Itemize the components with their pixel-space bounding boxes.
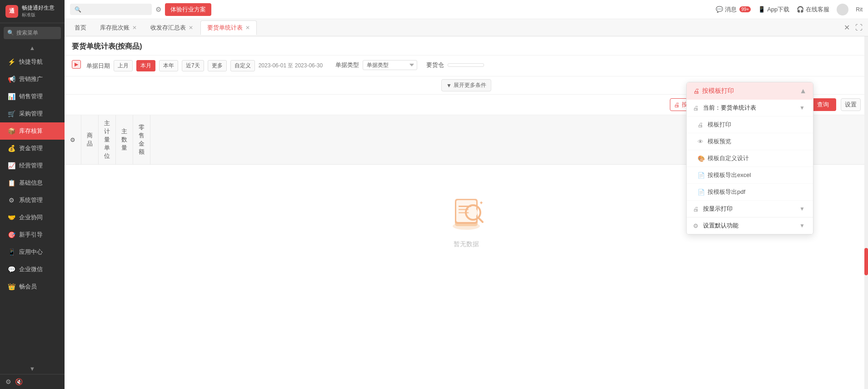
display-print-icon: 🖨 xyxy=(693,206,699,212)
basic-icon: 📋 xyxy=(7,179,15,187)
main-content: 要货单统计表(按商品) ▶ 单据日期 上月 本月 本年 近7天 更多 自定义 2… xyxy=(65,36,868,389)
messages-icon: 💬 xyxy=(716,6,723,13)
default-setting-icon: ⚙ xyxy=(693,222,698,229)
col-amount: 零售金额 xyxy=(133,115,150,165)
online-service-btn[interactable]: 🎧 在线客服 xyxy=(797,5,829,14)
sidebar-item-apps[interactable]: 📱 应用中心 xyxy=(0,243,65,261)
dropdown-header: 🖨 按模板打印 ▲ xyxy=(687,82,813,100)
sidebar-item-label: 应用中心 xyxy=(19,248,43,256)
sidebar-item-inventory[interactable]: 📦 库存核算 xyxy=(0,122,65,140)
tab-batch-account[interactable]: 库存批次账 ✕ xyxy=(94,21,143,35)
sidebar-item-system[interactable]: ⚙ 系统管理 xyxy=(0,192,65,209)
date-btn-7days[interactable]: 近7天 xyxy=(182,60,204,71)
sidebar-item-purchase[interactable]: 🛒 采购管理 xyxy=(0,105,65,122)
dropdown-close-btn[interactable]: ▲ xyxy=(799,87,807,95)
topbar: 🔍 ⚙ 体验行业方案 💬 消息 99+ 📱 App下载 🎧 在线客服 Rit xyxy=(65,0,868,19)
template-pdf-icon: 📄 xyxy=(698,189,705,196)
right-scrollbar[interactable] xyxy=(864,36,868,389)
date-range-display: 2023-06-01 至 2023-06-30 xyxy=(259,62,323,70)
topbar-gear-icon[interactable]: ⚙ xyxy=(155,5,161,14)
quick-nav-icon: ⚡ xyxy=(7,58,15,66)
topbar-search-box[interactable]: 🔍 xyxy=(70,4,152,15)
app-download-icon: 📱 xyxy=(758,6,765,13)
messages-btn[interactable]: 💬 消息 99+ xyxy=(716,5,751,14)
sidebar-scroll-up[interactable]: ▲ xyxy=(0,43,65,53)
sidebar-search-label: 搜索菜单 xyxy=(16,29,38,37)
date-btn-last-month[interactable]: 上月 xyxy=(114,60,133,71)
settings-icon[interactable]: ⚙ xyxy=(5,378,11,385)
sidebar-scroll-down[interactable]: ▼ xyxy=(0,364,65,374)
dropdown-display-print[interactable]: 🖨 按显示打印 ▼ xyxy=(687,201,813,217)
user-avatar[interactable] xyxy=(837,4,848,15)
system-icon: ⚙ xyxy=(7,197,15,204)
mute-icon[interactable]: 🔇 xyxy=(15,378,23,385)
sidebar: 通 畅捷通好生意 标准版 🔍 搜索菜单 ▲ ⚡ 快捷导航 📢 营销推广 📊 销售… xyxy=(0,0,65,389)
order-category-label: 要货仓 xyxy=(426,61,444,69)
sidebar-item-basic[interactable]: 📋 基础信息 xyxy=(0,174,65,192)
template-preview-label: 模板预览 xyxy=(708,137,731,146)
operations-icon: 📈 xyxy=(7,162,15,169)
type-filter-row: 单据类型 单据类型 要货仓 xyxy=(335,60,484,70)
dropdown-current-template[interactable]: 🖨 当前：要货单统计表 ▼ xyxy=(687,100,813,116)
online-service-label: 在线客服 xyxy=(806,5,829,14)
sidebar-item-label: 新手引导 xyxy=(19,231,43,239)
enterprise-icon: 🤝 xyxy=(7,214,15,221)
tab-home[interactable]: 首页 xyxy=(68,21,93,35)
sidebar-item-label: 资金管理 xyxy=(19,144,43,152)
query-btn[interactable]: 查询 xyxy=(810,98,836,111)
dropdown-header-left: 🖨 按模板打印 xyxy=(693,87,734,95)
sidebar-item-guide[interactable]: 🎯 新手引导 xyxy=(0,226,65,243)
col-settings[interactable]: ⚙ xyxy=(65,115,81,165)
tab-batch-account-label: 库存批次账 xyxy=(100,24,130,32)
sidebar-item-quick-nav[interactable]: ⚡ 快捷导航 xyxy=(0,53,65,71)
topbar-right: 💬 消息 99+ 📱 App下载 🎧 在线客服 Rit xyxy=(716,4,863,15)
tab-expand-btn[interactable]: ⛶ xyxy=(853,23,864,33)
tab-batch-account-close[interactable]: ✕ xyxy=(132,25,137,31)
display-print-arrow: ▼ xyxy=(799,206,805,212)
sidebar-item-sales[interactable]: 📊 销售管理 xyxy=(0,88,65,105)
sidebar-item-finance[interactable]: 💰 资金管理 xyxy=(0,140,65,157)
tab-close-all-btn[interactable]: ✕ xyxy=(842,22,852,33)
settings-btn[interactable]: 设置 xyxy=(841,98,861,111)
date-btn-custom[interactable]: 自定义 xyxy=(230,60,255,71)
date-btn-this-month[interactable]: 本月 xyxy=(136,60,155,71)
dropdown-template-excel[interactable]: 📄 按模板导出excel xyxy=(687,167,813,184)
template-preview-icon: 👁 xyxy=(698,138,703,145)
dropdown-template-print[interactable]: 🖨 模板打印 xyxy=(687,116,813,133)
dropdown-template-pdf[interactable]: 📄 按模板导出pdf xyxy=(687,184,813,201)
logo-icon: 通 xyxy=(5,5,18,18)
col-unit: 主计量单位 xyxy=(99,115,116,165)
search-icon: 🔍 xyxy=(7,30,14,36)
inventory-icon: 📦 xyxy=(7,127,15,135)
tab-order-summary-close[interactable]: ✕ xyxy=(245,25,250,31)
filter-expand-icon[interactable]: ▶ xyxy=(72,60,81,69)
trial-btn[interactable]: 体验行业方案 xyxy=(165,3,211,16)
expand-more-label: 展开更多条件 xyxy=(454,81,486,89)
sidebar-item-label: 经营管理 xyxy=(19,162,43,170)
order-type-select[interactable]: 单据类型 xyxy=(363,60,417,70)
date-label: 单据日期 xyxy=(86,62,110,70)
tab-receive-summary-close[interactable]: ✕ xyxy=(189,25,193,31)
sidebar-item-marketing[interactable]: 📢 营销推广 xyxy=(0,71,65,88)
current-template-arrow: ▼ xyxy=(799,105,805,111)
empty-text: 暂无数据 xyxy=(454,240,479,248)
sidebar-item-operations[interactable]: 📈 经营管理 xyxy=(0,157,65,174)
sidebar-item-member[interactable]: 👑 畅会员 xyxy=(0,278,65,295)
dropdown-template-design[interactable]: 🎨 模板自定义设计 xyxy=(687,150,813,167)
date-btn-this-year[interactable]: 本年 xyxy=(159,60,178,71)
tab-receive-summary[interactable]: 收发存汇总表 ✕ xyxy=(144,21,200,35)
sidebar-item-label: 销售管理 xyxy=(19,92,43,101)
dropdown-default-setting[interactable]: ⚙ 设置默认功能 ▼ xyxy=(687,217,813,234)
template-excel-icon: 📄 xyxy=(698,172,705,179)
dropdown-template-preview[interactable]: 👁 模板预览 xyxy=(687,133,813,150)
sidebar-search[interactable]: 🔍 搜索菜单 xyxy=(4,27,61,39)
date-btn-more[interactable]: 更多 xyxy=(208,60,227,71)
tab-order-summary[interactable]: 要货单统计表 ✕ xyxy=(200,20,257,35)
col-product: 商品 xyxy=(81,115,99,165)
order-category-input[interactable] xyxy=(448,63,484,67)
app-download-btn[interactable]: 📱 App下载 xyxy=(758,5,789,14)
expand-more-btn[interactable]: ▼ 展开更多条件 xyxy=(441,79,491,91)
settings-label: 设置 xyxy=(845,101,857,109)
sidebar-item-enterprise[interactable]: 🤝 企业协同 xyxy=(0,209,65,226)
sidebar-item-wechat[interactable]: 💬 企业微信 xyxy=(0,261,65,278)
